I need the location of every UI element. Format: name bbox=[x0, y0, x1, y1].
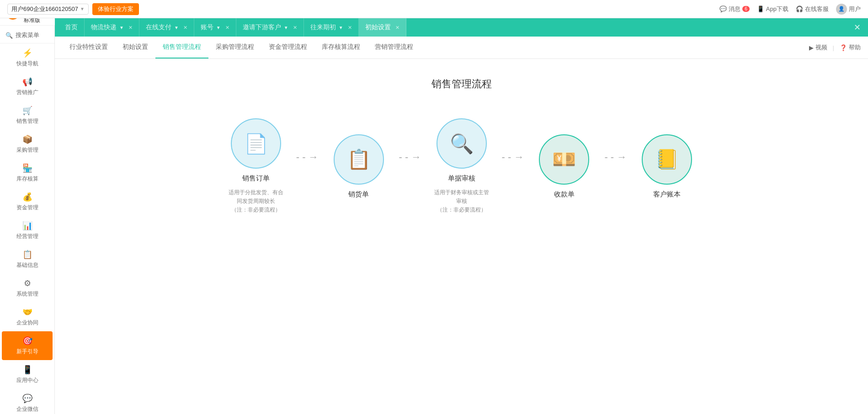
flow-step-name-receipt: 收款单 bbox=[554, 190, 575, 199]
sidebar-item-enterprise-coop[interactable]: 🤝 企业协同 bbox=[0, 303, 54, 331]
user-selector[interactable]: 用户690企业1660120507 ▼ bbox=[7, 4, 89, 15]
sidebar-search[interactable]: 🔍 搜索菜单 bbox=[0, 27, 54, 43]
sidebar-item-quick-nav[interactable]: ⚡ 快捷导航 bbox=[0, 43, 54, 72]
sidebar-icon-inventory: 🏪 bbox=[22, 163, 32, 173]
header-right: 💬 消息 6 📱 App下载 🎧 在线客服 👤 用户 bbox=[719, 4, 861, 15]
flow-step-audit: 🔍 单据审核 适用于财务审核或主管审核（注：非必要流程） bbox=[425, 118, 498, 215]
flow-step-desc-sales-order: 适用于分批发货、有合同发货周期较长（注：非必要流程） bbox=[226, 188, 286, 215]
sidebar-label-sales: 销售管理 bbox=[16, 117, 38, 125]
sidebar-label-quick-nav: 快捷导航 bbox=[16, 60, 38, 68]
header-left: 用户690企业1660120507 ▼ 体验行业方案 bbox=[7, 3, 139, 15]
sidebar-item-marketing[interactable]: 📢 营销推广 bbox=[0, 72, 54, 101]
sub-tab-purchase-flow[interactable]: 采购管理流程 bbox=[208, 37, 261, 58]
flow-step-sales-delivery: 📋 销货单 bbox=[322, 134, 395, 199]
nav-tab-close-logistics[interactable]: ✕ bbox=[128, 25, 133, 31]
nav-tab-initial-setup[interactable]: 初始设置✕ bbox=[359, 18, 406, 37]
flow-step-name-customer-ledger: 客户账本 bbox=[653, 190, 681, 199]
nav-tab-close-payment[interactable]: ✕ bbox=[183, 25, 187, 31]
nav-tab-close-initial-setup[interactable]: ✕ bbox=[395, 25, 399, 31]
nav-tab-label-initial-setup: 初始设置 bbox=[365, 23, 391, 32]
sub-tab-sales-flow[interactable]: 销售管理流程 bbox=[155, 37, 208, 58]
nav-tab-period-init[interactable]: 往来期初▼✕ bbox=[304, 18, 359, 37]
flow-step-sales-order: 📄 销售订单 适用于分批发货、有合同发货周期较长（注：非必要流程） bbox=[219, 118, 293, 215]
sub-tab-marketing-flow[interactable]: 营销管理流程 bbox=[367, 37, 421, 58]
sidebar-icon-enterprise-wechat: 💬 bbox=[22, 393, 32, 403]
sidebar-label-inventory: 库存核算 bbox=[16, 175, 38, 183]
sub-tabs: 行业特性设置初始设置销售管理流程采购管理流程资金管理流程库存核算流程营销管理流程… bbox=[55, 37, 868, 59]
sidebar-item-basic-info[interactable]: 📋 基础信息 bbox=[0, 245, 54, 274]
nav-tab-arrow-invite: ▼ bbox=[284, 25, 288, 30]
nav-tab-home[interactable]: 首页 bbox=[59, 18, 85, 37]
user-selector-arrow: ▼ bbox=[80, 6, 85, 11]
avatar: 👤 bbox=[836, 4, 847, 15]
search-icon: 🔍 bbox=[5, 32, 13, 39]
app-download-item[interactable]: 📱 App下载 bbox=[757, 5, 788, 13]
sidebar-icon-guide: 🎯 bbox=[22, 336, 32, 346]
sidebar-item-system[interactable]: ⚙ 系统管理 bbox=[0, 274, 54, 303]
close-all-tabs-button[interactable]: ✕ bbox=[850, 22, 864, 32]
help-link[interactable]: ❓ 帮助 bbox=[840, 43, 861, 52]
sidebar-icon-quick-nav: ⚡ bbox=[22, 48, 32, 58]
nav-tab-arrow-logistics: ▼ bbox=[119, 25, 124, 30]
sidebar-item-operations[interactable]: 📊 经营管理 bbox=[0, 216, 54, 245]
sidebar-item-finance[interactable]: 💰 资金管理 bbox=[0, 187, 54, 216]
sidebar-item-app-center[interactable]: 📱 应用中心 bbox=[0, 360, 54, 389]
nav-tab-label-account: 账号 bbox=[201, 23, 213, 32]
online-service-item[interactable]: 🎧 在线客服 bbox=[796, 5, 829, 13]
sidebar-label-purchase: 采购管理 bbox=[16, 146, 38, 154]
nav-tab-logistics[interactable]: 物流快递▼✕ bbox=[85, 18, 139, 37]
flow-step-icon-sales-delivery: 📋 bbox=[347, 148, 371, 170]
nav-tab-label-payment: 在线支付 bbox=[146, 23, 171, 32]
sidebar-icon-system: ⚙ bbox=[24, 278, 31, 288]
user-selector-text: 用户690企业1660120507 bbox=[11, 5, 78, 13]
nav-tab-close-period-init[interactable]: ✕ bbox=[348, 25, 352, 31]
sidebar-item-guide[interactable]: 🎯 新手引导 bbox=[2, 331, 53, 360]
nav-tab-invite[interactable]: 邀请下游客户▼✕ bbox=[236, 18, 304, 37]
flow-step-icon-receipt: 💴 bbox=[552, 148, 576, 170]
user-avatar-item[interactable]: 👤 用户 bbox=[836, 4, 861, 15]
sub-tab-initial[interactable]: 初始设置 bbox=[115, 37, 155, 58]
sidebar-item-purchase[interactable]: 📦 采购管理 bbox=[0, 130, 54, 159]
sub-tab-finance-flow[interactable]: 资金管理流程 bbox=[261, 37, 314, 58]
sidebar-icon-operations: 📊 bbox=[22, 221, 32, 231]
flow-step-customer-ledger: 📒 客户账本 bbox=[630, 134, 703, 199]
nav-tab-close-account[interactable]: ✕ bbox=[225, 25, 229, 31]
nav-tab-label-invite: 邀请下游客户 bbox=[243, 23, 281, 32]
nav-tab-payment[interactable]: 在线支付▼✕ bbox=[139, 18, 194, 37]
flow-diagram: 📄 销售订单 适用于分批发货、有合同发货周期较长（注：非必要流程） - - → … bbox=[82, 118, 841, 215]
sub-tab-industry[interactable]: 行业特性设置 bbox=[62, 37, 115, 58]
search-label: 搜索菜单 bbox=[16, 31, 39, 39]
app-download-label: App下载 bbox=[766, 5, 788, 13]
sidebar-item-inventory[interactable]: 🏪 库存核算 bbox=[0, 159, 54, 187]
nav-tab-label-logistics: 物流快递 bbox=[91, 23, 117, 32]
sidebar-item-sales[interactable]: 🛒 销售管理 bbox=[0, 101, 54, 130]
nav-tabs-container: 首页物流快递▼✕在线支付▼✕账号▼✕邀请下游客户▼✕往来期初▼✕初始设置✕ bbox=[59, 18, 850, 37]
sidebar-item-enterprise-wechat[interactable]: 💬 企业微信 bbox=[0, 389, 54, 414]
flow-circle-customer-ledger: 📒 bbox=[642, 134, 692, 185]
nav-tab-arrow-period-init: ▼ bbox=[339, 25, 343, 30]
sub-tab-inventory-flow[interactable]: 库存核算流程 bbox=[314, 37, 367, 58]
online-service-label: 在线客服 bbox=[805, 5, 829, 13]
sidebar-label-marketing: 营销推广 bbox=[16, 89, 38, 96]
flow-step-icon-customer-ledger: 📒 bbox=[655, 148, 679, 170]
video-icon: ▶ bbox=[809, 44, 814, 51]
sub-tabs-right: ▶ 视频 | ❓ 帮助 bbox=[809, 43, 861, 52]
trial-button[interactable]: 体验行业方案 bbox=[92, 3, 139, 15]
messages-item[interactable]: 💬 消息 6 bbox=[719, 5, 750, 13]
flow-circle-audit: 🔍 bbox=[437, 118, 487, 169]
sidebar-label-finance: 资金管理 bbox=[16, 204, 38, 212]
sidebar-label-basic-info: 基础信息 bbox=[16, 261, 38, 269]
flow-arrow-3: - - → bbox=[604, 151, 627, 181]
flow-step-receipt: 💴 收款单 bbox=[527, 134, 601, 199]
sidebar-icon-purchase: 📦 bbox=[22, 134, 32, 144]
main-area: 首页物流快递▼✕在线支付▼✕账号▼✕邀请下游客户▼✕往来期初▼✕初始设置✕ ✕ … bbox=[55, 18, 868, 414]
video-link[interactable]: ▶ 视频 bbox=[809, 43, 827, 52]
top-header: 用户690企业1660120507 ▼ 体验行业方案 💬 消息 6 📱 App下… bbox=[0, 0, 868, 18]
sub-tabs-left: 行业特性设置初始设置销售管理流程采购管理流程资金管理流程库存核算流程营销管理流程 bbox=[62, 37, 421, 58]
nav-tab-close-invite[interactable]: ✕ bbox=[293, 25, 297, 31]
page-title: 销售管理流程 bbox=[82, 77, 841, 91]
nav-tab-account[interactable]: 账号▼✕ bbox=[194, 18, 236, 37]
sidebar-icon-enterprise-coop: 🤝 bbox=[22, 307, 32, 317]
user-name: 用户 bbox=[849, 5, 861, 13]
nav-tabs-bar: 首页物流快递▼✕在线支付▼✕账号▼✕邀请下游客户▼✕往来期初▼✕初始设置✕ ✕ bbox=[55, 18, 868, 37]
